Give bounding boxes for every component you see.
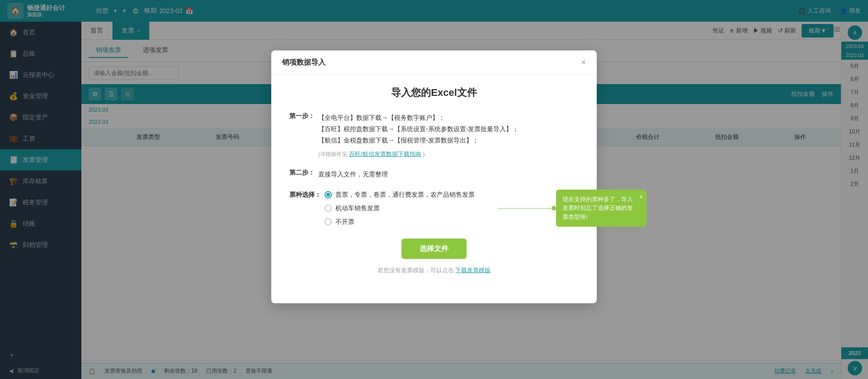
radio-row-normal: 普票，专票，卷票，通行费发票，农产品销售发票 — [325, 191, 475, 199]
radio-motor-label: 机动车销售发票 — [335, 204, 380, 213]
modal-body: 导入您的Excel文件 第一步： 【全电平台】数据下载→【税务数字账户】； 【百… — [271, 75, 597, 285]
step2-row: 第二步： 直接导入文件，无需整理 — [289, 168, 579, 180]
step1-note-pre: (详细操作见 — [318, 151, 347, 157]
step1-line3: 【航信】金税盘数据下载→【报税管理-发票数据导出】； — [318, 135, 519, 146]
step1-note-post: ) — [423, 151, 425, 157]
tooltip-text: 现在支持的票种多了，导入发票时别忘了选择正确的发票类型呀! — [562, 196, 633, 220]
modal-footer-note: 若您没有发票模版，可以点击 下载发票模版 — [289, 266, 579, 275]
ticket-select-row: 票种选择： 普票，专票，卷票，通行费发票，农产品销售发票 机动车销售发票 — [289, 189, 579, 226]
radio-none[interactable] — [325, 218, 332, 226]
step1-content: 【全电平台】数据下载→【税务数字账户】； 【百旺】税控盘数据下载→【系统设置-系… — [318, 112, 519, 160]
tooltip-container: 现在支持的票种多了，导入发票时别忘了选择正确的发票类型呀! × — [497, 190, 646, 227]
step1-line2: 【百旺】税控盘数据下载→【系统设置-系统参数设置-发票批量导入】； — [318, 123, 519, 135]
select-file-button[interactable]: 选择文件 — [401, 239, 467, 259]
download-template-link[interactable]: 下载发票模版 — [455, 267, 491, 274]
step2-content: 直接导入文件，无需整理 — [318, 168, 388, 180]
modal-main-title: 导入您的Excel文件 — [289, 86, 579, 99]
radio-normal-label: 普票，专票，卷票，通行费发票，农产品销售发票 — [335, 191, 475, 199]
ticket-label: 票种选择： — [289, 189, 321, 199]
radio-normal[interactable] — [325, 191, 332, 199]
radio-group: 普票，专票，卷票，通行费发票，农产品销售发票 机动车销售发票 现在支持的票种多了… — [325, 191, 475, 226]
download-guide-link[interactable]: 百旺/航信发票数据下载指南 — [349, 150, 421, 157]
radio-row-none: 不开票 — [325, 218, 475, 226]
modal-title: 销项数据导入 — [282, 58, 326, 67]
step1-label: 第一步： — [289, 112, 315, 157]
tooltip-close-button[interactable]: × — [639, 192, 643, 202]
modal-header: 销项数据导入 × — [271, 51, 597, 75]
radio-motor[interactable] — [325, 205, 332, 212]
tooltip-dot — [552, 206, 556, 211]
import-modal: 销项数据导入 × 导入您的Excel文件 第一步： 【全电平台】数据下载→【税务… — [271, 51, 597, 303]
modal-close-button[interactable]: × — [581, 58, 586, 67]
tooltip-bubble: 现在支持的票种多了，导入发票时别忘了选择正确的发票类型呀! × — [556, 190, 646, 227]
radio-none-label: 不开票 — [335, 218, 354, 226]
tooltip-line — [497, 208, 552, 208]
step-2: 第二步： 直接导入文件，无需整理 — [289, 168, 579, 180]
step1-line1: 【全电平台】数据下载→【税务数字账户】； — [318, 112, 519, 123]
step1-row: 第一步： 【全电平台】数据下载→【税务数字账户】； 【百旺】税控盘数据下载→【系… — [289, 112, 579, 160]
step-1: 第一步： 【全电平台】数据下载→【税务数字账户】； 【百旺】税控盘数据下载→【系… — [289, 112, 579, 160]
radio-row-motor: 机动车销售发票 现在支持的票种多了，导入发票时别忘了选择正确的发票类型呀! × — [325, 204, 475, 213]
step2-label: 第二步： — [289, 168, 315, 177]
